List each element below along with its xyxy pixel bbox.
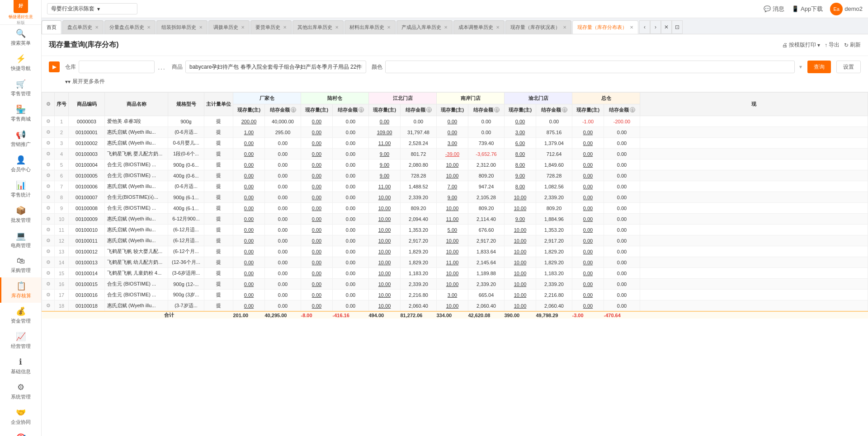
sidebar-item-基础信息[interactable]: ℹ基础信息 [0,353,41,379]
row-w4-stock[interactable]: 9.00 [437,192,468,203]
row-w1-stock[interactable]: 0.00 [233,257,265,268]
row-w2-stock[interactable]: 0.00 [301,214,333,225]
print-btn[interactable]: 🖨 按模版打印 ▾ [782,41,820,49]
row-w4-stock[interactable]: 10.00 [437,246,468,257]
row-w4-stock[interactable]: 10.00 [437,235,468,246]
tab-close-icon[interactable]: ✕ [444,25,448,30]
tab-close-icon[interactable]: ✕ [496,25,500,30]
row-total-stock[interactable]: 0.00 [572,268,604,279]
sidebar-item-零售管理[interactable]: 🛒零售管理 [0,75,41,101]
tab-close-icon[interactable]: ✕ [199,25,203,30]
sidebar-item-零售统计[interactable]: 📊零售统计 [0,177,41,202]
row-w3-stock[interactable]: 9.00 [369,170,401,181]
row-total-stock[interactable]: 0.00 [572,290,604,300]
row-w5-stock[interactable]: 10.00 [505,203,536,214]
row-w3-stock[interactable]: 10.00 [369,246,401,257]
row-w4-stock[interactable]: 10.00 [437,170,468,181]
tab-expand-btn[interactable]: ⊡ [672,20,683,34]
row-w5-stock[interactable]: 10.00 [505,192,536,203]
sidebar-item-经营管理[interactable]: 📈经营管理 [0,328,41,353]
row-w4-stock[interactable]: 10.00 [437,268,468,279]
row-total-stock[interactable]: 0.00 [572,192,604,203]
row-setting[interactable]: ⚙ [42,149,55,159]
row-w4-stock[interactable]: 11.00 [437,257,468,268]
row-setting[interactable]: ⚙ [42,214,55,225]
row-setting[interactable]: ⚙ [42,290,55,300]
row-w4-stock[interactable]: 10.00 [437,279,468,290]
row-total-stock[interactable]: 0.00 [572,214,604,225]
expand-more-btn[interactable]: ▾▾ 展开更多条件 [65,76,861,87]
row-setting[interactable]: ⚙ [42,127,55,138]
row-w3-stock[interactable]: 10.00 [369,268,401,279]
row-w3-stock[interactable]: 10.00 [369,235,401,246]
row-setting[interactable]: ⚙ [42,235,55,246]
row-total-stock[interactable]: 0.00 [572,127,604,138]
tab-close-all-btn[interactable]: ✕ [661,20,672,34]
row-w5-stock[interactable]: 10.00 [505,268,536,279]
row-w1-stock[interactable]: 1.00 [233,127,265,138]
sidebar-item-资金管理[interactable]: 💰资金管理 [0,303,41,328]
message-btn[interactable]: 💬 消息 [764,5,784,13]
row-w2-stock[interactable]: 0.00 [301,203,333,214]
row-w2-stock[interactable]: 0.00 [301,181,333,192]
tab-close-icon[interactable]: ✕ [283,25,287,30]
row-w2-stock[interactable]: 0.00 [301,279,333,290]
row-w1-stock[interactable]: 0.00 [233,149,265,159]
row-w2-stock[interactable]: 0.00 [301,116,333,127]
row-w2-stock[interactable]: 0.00 [301,225,333,235]
query-btn[interactable]: 查询 [807,61,831,73]
row-w1-stock[interactable]: 0.00 [233,246,265,257]
row-w3-stock[interactable]: 11.00 [369,181,401,192]
row-w1-stock[interactable]: 0.00 [233,159,265,170]
row-w3-stock[interactable]: 10.00 [369,203,401,214]
color-dropdown-icon[interactable]: ▾ [799,64,802,70]
tab-close-icon[interactable]: ✕ [95,25,99,30]
row-w1-stock[interactable]: 0.00 [233,170,265,181]
row-setting[interactable]: ⚙ [42,268,55,279]
row-total-stock[interactable]: 0.00 [572,170,604,181]
tab-10[interactable]: 现存量（库存状况表）✕ [505,20,571,34]
tab-nav-next[interactable]: › [650,20,661,34]
row-w5-stock[interactable]: 10.00 [505,300,536,312]
row-total-stock[interactable]: 0.00 [572,138,604,149]
row-w3-stock[interactable]: 10.00 [369,300,401,312]
sidebar-item-系统管理[interactable]: ⚙系统管理 [0,379,41,404]
row-w1-stock[interactable]: 0.00 [233,268,265,279]
row-w2-stock[interactable]: 0.00 [301,257,333,268]
row-w2-stock[interactable]: 0.00 [301,235,333,246]
row-w3-stock[interactable]: 10.00 [369,257,401,268]
row-w3-stock[interactable]: 109.00 [369,127,401,138]
toggle-arrow[interactable]: ▶ [49,61,60,72]
sidebar-item-电商管理[interactable]: 💻电商管理 [0,227,41,253]
row-w1-stock[interactable]: 0.00 [233,235,265,246]
sidebar-item-会员中心[interactable]: 👤会员中心 [0,151,41,177]
row-w3-stock[interactable]: 10.00 [369,279,401,290]
tab-close-icon[interactable]: ✕ [241,25,245,30]
row-setting[interactable]: ⚙ [42,257,55,268]
row-w4-stock[interactable]: 0.00 [437,127,468,138]
setting-btn[interactable]: 设置 [836,61,861,73]
tab-6[interactable]: 其他出库单历史✕ [292,20,344,34]
tab-8[interactable]: 产成品入库单历史✕ [396,20,453,34]
sidebar-item-快捷导航[interactable]: ⚡快捷导航 [0,50,41,75]
color-input[interactable] [385,61,795,73]
sidebar-item-采购管理[interactable]: 🛍采购管理 [0,253,41,277]
row-total-stock[interactable]: 0.00 [572,257,604,268]
row-w2-stock[interactable]: 0.00 [301,268,333,279]
row-total-stock[interactable]: 0.00 [572,279,604,290]
row-w2-stock[interactable]: 0.00 [301,159,333,170]
col-setting-header[interactable]: ⚙ [42,93,55,116]
app-download-btn[interactable]: 📱 App下载 [792,5,823,13]
row-w5-stock[interactable]: 8.00 [505,149,536,159]
row-w2-stock[interactable]: 0.00 [301,170,333,181]
row-w4-stock[interactable]: -39.00 [437,149,468,159]
row-w5-stock[interactable]: 10.00 [505,279,536,290]
row-setting[interactable]: ⚙ [42,279,55,290]
row-setting[interactable]: ⚙ [42,246,55,257]
row-w4-stock[interactable]: 10.00 [437,203,468,214]
industry-selector[interactable]: 母婴行业演示陈套 ▾ [47,3,137,14]
row-w1-stock[interactable]: 0.00 [233,279,265,290]
row-w3-stock[interactable]: 10.00 [369,192,401,203]
product-input[interactable] [185,61,366,73]
row-total-stock[interactable]: 0.00 [572,203,604,214]
